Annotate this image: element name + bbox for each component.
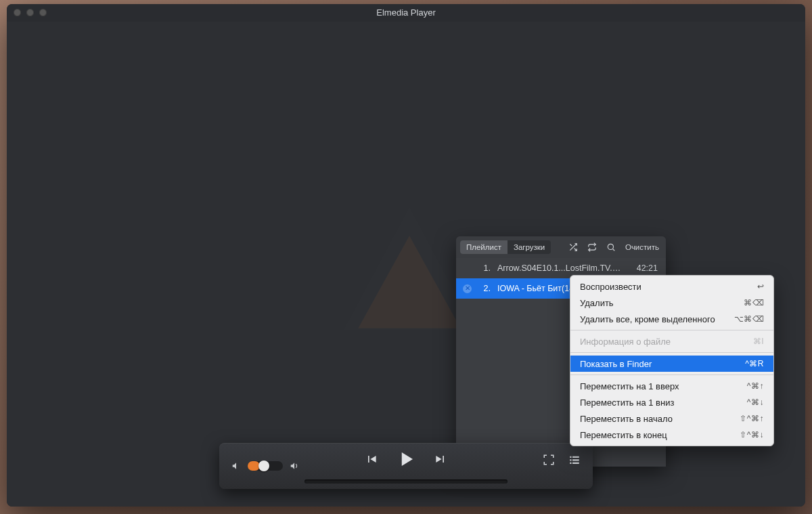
context-menu: Воспроизвести ↩ Удалить ⌘⌫ Удалить все, … — [570, 275, 774, 446]
menu-separator — [570, 330, 773, 330]
row-name: Arrow.S04E10.1...LostFilm.TV.mkv — [497, 263, 627, 273]
menu-item-move-up[interactable]: Переместить на 1 вверх ^⌘↑ — [570, 378, 773, 394]
progress-bar[interactable] — [304, 479, 508, 484]
svg-point-2 — [608, 244, 613, 249]
next-track-button[interactable] — [434, 452, 447, 466]
menu-item-info: Информация о файле ⌘I — [570, 333, 773, 349]
playlist-toggle-icon[interactable] — [568, 454, 581, 466]
prev-track-button[interactable] — [365, 452, 378, 466]
menu-item-show-in-finder[interactable]: Показать в Finder ^⌘R — [570, 356, 773, 372]
svg-rect-3 — [570, 456, 571, 458]
menu-item-move-top[interactable]: Переместить в начало ⇧^⌘↑ — [570, 410, 773, 427]
svg-rect-6 — [572, 459, 579, 461]
svg-rect-5 — [570, 459, 571, 461]
row-number: 1. — [476, 263, 491, 273]
shuffle-icon[interactable] — [568, 242, 578, 252]
row-number: 2. — [476, 284, 491, 293]
menu-item-move-bottom[interactable]: Переместить в конец ⇧^⌘↓ — [570, 427, 773, 443]
desktop: Elmedia Player Плейлист Загрузки — [0, 0, 812, 514]
titlebar: Elmedia Player — [7, 4, 805, 22]
play-button[interactable] — [396, 449, 416, 469]
transport-bar — [219, 443, 593, 489]
fullscreen-icon[interactable] — [543, 454, 555, 466]
volume-low-icon[interactable] — [231, 461, 241, 471]
menu-item-move-down[interactable]: Переместить на 1 вниз ^⌘↓ — [570, 394, 773, 410]
menu-separator — [570, 374, 773, 375]
svg-rect-8 — [572, 463, 579, 464]
search-icon[interactable] — [606, 242, 616, 252]
row-duration: 42:21 — [627, 263, 658, 273]
menu-item-play[interactable]: Воспроизвести ↩ — [570, 278, 773, 295]
menu-separator — [570, 352, 773, 353]
playlist-segmented: Плейлист Загрузки — [460, 240, 551, 254]
svg-rect-7 — [570, 463, 571, 464]
volume-slider[interactable] — [248, 461, 283, 471]
menu-item-delete-others[interactable]: Удалить все, кроме выделенного ⌥⌘⌫ — [570, 311, 773, 327]
remove-row-icon[interactable]: ✕ — [463, 284, 472, 293]
clear-playlist-button[interactable]: Очистить — [625, 243, 659, 251]
window-title: Elmedia Player — [7, 7, 805, 18]
tab-playlist[interactable]: Плейлист — [460, 240, 508, 254]
volume-high-icon[interactable] — [290, 461, 299, 471]
svg-rect-4 — [572, 456, 579, 458]
tab-downloads[interactable]: Загрузки — [508, 240, 551, 254]
repeat-icon[interactable] — [587, 242, 597, 252]
menu-item-delete[interactable]: Удалить ⌘⌫ — [570, 295, 773, 311]
playlist-tabbar: Плейлист Загрузки Очистить — [456, 236, 666, 258]
